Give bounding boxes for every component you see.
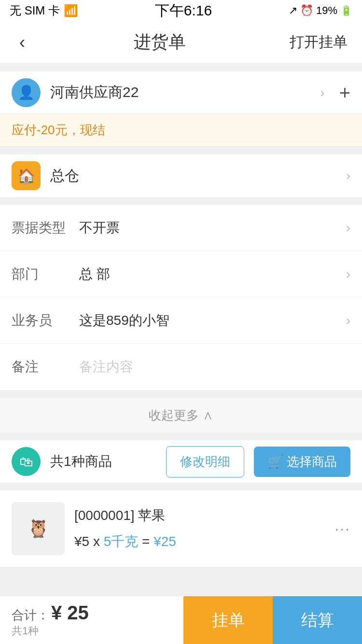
remark-input[interactable]: 备注内容 — [79, 358, 350, 376]
form-card: 票据类型 不开票 › 部门 总 部 › 业务员 这是859的小智 › 备注 备注… — [0, 205, 362, 390]
form-row-remark[interactable]: 备注 备注内容 — [0, 344, 362, 390]
battery-icon: 🔋 — [340, 5, 352, 16]
price-equals: = — [142, 534, 153, 549]
carrier-label: 无 SIM 卡 — [10, 3, 60, 18]
warehouse-card[interactable]: 🏠 总仓 › — [0, 154, 362, 197]
form-row-salesperson[interactable]: 业务员 这是859的小智 › — [0, 297, 362, 344]
total-value: ¥25 — [153, 534, 176, 549]
total-section: 合计： ¥ 25 共1种 — [0, 602, 183, 638]
product-item: 🦉 [0000001] 苹果 ¥5 x 5千克 = ¥25 ··· — [0, 490, 362, 567]
avatar-icon: 👤 — [18, 84, 35, 100]
department-value: 总 部 — [79, 265, 346, 283]
add-button[interactable]: + — [339, 83, 350, 102]
product-image-placeholder: 🦉 — [28, 518, 49, 539]
battery-label: 19% — [316, 4, 337, 17]
total-amount: ¥ 25 — [51, 602, 89, 624]
info-text: 应付-20元，现结 — [12, 123, 105, 137]
select-products-button[interactable]: 🛒 选择商品 — [254, 447, 350, 477]
warehouse-name: 总仓 — [50, 166, 346, 186]
products-count: 共1种商品 — [50, 452, 156, 471]
salesperson-label: 业务员 — [12, 311, 79, 330]
bag-icon: 🛍 — [19, 454, 33, 470]
product-title: 苹果 — [138, 508, 165, 523]
warehouse-icon: 🏠 — [12, 161, 41, 190]
total-row: 合计： ¥ 25 — [12, 602, 172, 624]
location-icon: ↗ — [289, 4, 297, 17]
remark-label: 备注 — [12, 358, 79, 376]
content: 👤 河南供应商22 › + 应付-20元，现结 🏠 总仓 › 票据类型 不开票 … — [0, 71, 362, 625]
alarm-icon: ⏰ — [300, 4, 313, 17]
supplier-avatar: 👤 — [12, 78, 41, 107]
collapse-button[interactable]: 收起更多 ∧ — [0, 398, 362, 433]
warehouse-chevron-icon: › — [346, 168, 350, 183]
products-icon: 🛍 — [12, 447, 41, 476]
products-header-card: 🛍 共1种商品 修改明细 🛒 选择商品 — [0, 440, 362, 483]
warehouse-house-icon: 🏠 — [17, 168, 35, 184]
total-count: 共1种 — [12, 624, 172, 638]
info-banner: 应付-20元，现结 — [0, 114, 362, 147]
supplier-card: 👤 河南供应商22 › + 应付-20元，现结 — [0, 71, 362, 147]
status-right: ↗ ⏰ 19% 🔋 — [289, 4, 352, 17]
edit-details-button[interactable]: 修改明细 — [166, 446, 244, 477]
invoice-label: 票据类型 — [12, 219, 79, 237]
product-code: [0000001] — [74, 508, 135, 523]
supplier-actions: › + — [320, 83, 350, 102]
invoice-chevron-icon: › — [346, 220, 350, 236]
supplier-chevron-icon[interactable]: › — [320, 85, 324, 100]
back-button[interactable]: ‹ — [14, 28, 30, 57]
products-header: 🛍 共1种商品 修改明细 🛒 选择商品 — [0, 440, 362, 483]
product-more-button[interactable]: ··· — [334, 520, 350, 538]
department-label: 部门 — [12, 265, 79, 283]
hang-button[interactable]: 挂单 — [183, 596, 273, 644]
nav-bar: ‹ 进货单 打开挂单 — [0, 21, 362, 64]
supplier-row[interactable]: 👤 河南供应商22 › + — [0, 71, 362, 114]
supplier-name: 河南供应商22 — [50, 83, 320, 102]
salesperson-value: 这是859的小智 — [79, 311, 346, 330]
warehouse-row[interactable]: 🏠 总仓 › — [0, 154, 362, 197]
collapse-label: 收起更多 ∧ — [149, 407, 213, 424]
select-products-label: 选择商品 — [287, 453, 337, 470]
invoice-value: 不开票 — [79, 219, 346, 237]
department-chevron-icon: › — [346, 266, 350, 282]
product-info: [0000001] 苹果 ¥5 x 5千克 = ¥25 — [74, 506, 325, 551]
time-label: 下午6:16 — [155, 1, 212, 21]
salesperson-chevron-icon: › — [346, 313, 350, 328]
price-value: ¥5 — [74, 534, 89, 549]
checkout-button[interactable]: 结算 — [273, 596, 362, 644]
quantity-value: 5千克 — [104, 534, 139, 549]
total-label: 合计： — [12, 607, 49, 624]
status-bar: 无 SIM 卡 📶 下午6:16 ↗ ⏰ 19% 🔋 — [0, 0, 362, 21]
product-name: [0000001] 苹果 — [74, 506, 325, 525]
wifi-icon: 📶 — [64, 4, 78, 17]
product-price: ¥5 x 5千克 = ¥25 — [74, 532, 325, 551]
price-multiply: x — [93, 534, 104, 549]
bottom-bar: 合计： ¥ 25 共1种 挂单 结算 — [0, 596, 362, 644]
status-left: 无 SIM 卡 📶 — [10, 3, 78, 18]
product-thumbnail: 🦉 — [12, 502, 65, 555]
cart-icon: 🛒 — [267, 454, 283, 469]
form-row-department[interactable]: 部门 总 部 › — [0, 251, 362, 297]
page-title: 进货单 — [134, 30, 186, 54]
form-row-invoice[interactable]: 票据类型 不开票 › — [0, 205, 362, 251]
open-hang-button[interactable]: 打开挂单 — [290, 32, 348, 52]
